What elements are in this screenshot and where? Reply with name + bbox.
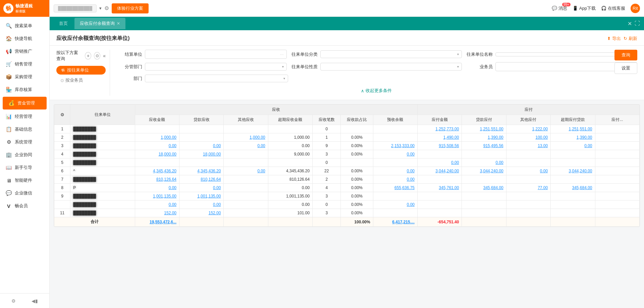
sidebar-item-purchase[interactable]: 📦 采购管理 (0, 71, 49, 83)
topbar-message[interactable]: 💬 消息 99+ (552, 5, 567, 11)
row-ar-loan[interactable]: 18,000.00 (179, 150, 224, 159)
sidebar-item-sales[interactable]: 🛒 销售管理 (0, 58, 49, 71)
row-ar-amount[interactable]: 1,000.00 (135, 133, 179, 142)
app-icon: 📱 (573, 6, 578, 11)
row-ar-loan[interactable]: 0.00 (179, 201, 224, 209)
topbar-service[interactable]: 🎧 在线客服 (601, 5, 625, 11)
row-ar-prepay[interactable]: 0.00 (373, 175, 417, 184)
row-ar-amount[interactable]: 0.00 (135, 142, 179, 150)
topbar-user-avatar[interactable]: Rit (631, 4, 640, 13)
sidebar-item-marketing[interactable]: 📢 营销推广 (0, 45, 49, 58)
topbar-dropdown-icon[interactable]: ▾ (99, 6, 102, 11)
row-ap-loan[interactable]: 3,044,240.00 (462, 167, 506, 175)
export-button[interactable]: ⬆ 导出 (607, 36, 621, 42)
row-ar-other[interactable]: 1,000.00 (224, 133, 268, 142)
tab-close-icon[interactable]: ✕ (117, 21, 120, 26)
row-ar-amount[interactable]: 0.00 (135, 184, 179, 192)
total-ar-prepay[interactable]: 6,417,215.... (373, 217, 417, 227)
filter-sidebar: 按以下方案查询 + ⊙ « 畅 按往来单位 ⊙ 按业务员 (56, 50, 110, 96)
row-ap-other[interactable]: 1,222.00 (506, 125, 550, 133)
row-ap-loan[interactable]: 915,495.56 (462, 142, 506, 150)
row-ar-amount[interactable]: 810,126.64 (135, 175, 179, 184)
query-button[interactable]: 查询 (614, 50, 637, 60)
tab-ar-query[interactable]: 应收应付余额查询 ✕ (74, 18, 125, 29)
row-ap-other[interactable]: 13.00 (506, 142, 550, 150)
row-ap-amount[interactable]: 345,761.00 (418, 184, 462, 192)
row-ar-loan[interactable]: 0.00 (179, 184, 224, 192)
topbar-settings-icon[interactable]: ⚙ (104, 5, 109, 11)
row-ap-other[interactable]: 100.00 (506, 133, 550, 142)
row-ap-amount[interactable]: 1,252,773.00 (418, 125, 462, 133)
row-ap-overdue[interactable]: 1,251,551.00 (551, 125, 595, 133)
row-ap-overdue[interactable]: 3,044,240.00 (551, 167, 595, 175)
row-ap-loan[interactable]: 0.00 (462, 159, 506, 167)
filter-input-category[interactable]: ▾ (320, 50, 462, 58)
row-ap-amount[interactable]: 0.00 (418, 159, 462, 167)
sidebar-item-finance[interactable]: 💰 资金管理 (3, 97, 47, 109)
sidebar-item-quick[interactable]: 🏠 快捷导航 (0, 32, 49, 45)
sidebar-item-inventory[interactable]: 🏪 库存核算 (0, 83, 49, 96)
row-ap-loan[interactable]: 1,390.00 (462, 133, 506, 142)
tabbar-maximize-icon[interactable]: ⛶ (635, 20, 640, 27)
filter-option-unit[interactable]: 畅 按往来单位 (56, 66, 106, 75)
filter-input-subdept[interactable]: ▾ (145, 75, 288, 82)
row-ar-amount[interactable]: 4,345,436.20 (135, 167, 179, 175)
sidebar-item-guide[interactable]: 📖 新手引导 (0, 161, 49, 174)
row-ap-amount[interactable]: 915,508.56 (418, 142, 462, 150)
row-ar-other[interactable]: 0.00 (224, 167, 268, 175)
row-ap-other[interactable]: 0.00 (506, 167, 550, 175)
sidebar-item-member[interactable]: V 畅会员 (0, 200, 49, 212)
row-name: ████████ (70, 192, 135, 201)
row-ar-loan[interactable]: 1,001,135.00 (179, 192, 224, 201)
tab-home[interactable]: 首页 (54, 18, 73, 29)
tabbar-close-icon[interactable]: ✕ (628, 20, 632, 27)
row-ar-prepay[interactable]: 0.00 (373, 167, 417, 175)
row-ap-amount[interactable]: 3,044,240.00 (418, 167, 462, 175)
refresh-button[interactable]: ↻ 刷新 (624, 36, 637, 42)
row-ap-overdue[interactable]: 1,390.00 (551, 133, 595, 142)
row-ar-loan[interactable]: 810,126.64 (179, 175, 224, 184)
filter-option-salesperson[interactable]: ⊙ 按业务员 (56, 76, 106, 85)
filter-area: 按以下方案查询 + ⊙ « 畅 按往来单位 ⊙ 按业务员 (50, 46, 644, 100)
row-ap-loan[interactable]: 1,251,551.00 (462, 125, 506, 133)
table-settings-header[interactable]: ⚙ (54, 105, 70, 125)
filter-collapse-icon[interactable]: « (103, 53, 106, 58)
sidebar-footer-collapse[interactable]: ◀‍▮ (32, 298, 38, 304)
sidebar-item-enterprise[interactable]: 🏢 企业协同 (0, 148, 49, 161)
row-ar-prepay[interactable]: 2,153,333.00 (373, 142, 417, 150)
row-ar-loan[interactable]: 152.00 (179, 209, 224, 217)
row-ar-prepay[interactable]: 655,636.75 (373, 184, 417, 192)
sidebar-footer-settings[interactable]: ⚙ (11, 298, 16, 304)
row-ap-overdue[interactable]: 0.00 (551, 142, 595, 150)
row-ar-other[interactable]: 0.00 (224, 142, 268, 150)
sidebar-item-wechat[interactable]: 💬 企业微信 (0, 187, 49, 200)
filter-input-dept[interactable]: ▾ (145, 63, 287, 71)
row-ap-overdue[interactable]: 345,684.00 (551, 184, 595, 192)
sidebar-item-system[interactable]: ⚙ 系统管理 (0, 136, 49, 148)
row-ar-amount[interactable]: 152.00 (135, 209, 179, 217)
row-ar-prepay[interactable]: 0.00 (373, 201, 417, 209)
filter-mode-button[interactable]: ⊙ (94, 52, 100, 59)
topbar-app-download[interactable]: 📱 App下载 (573, 5, 596, 11)
row-ar-loan[interactable]: 4,345,436.20 (179, 167, 224, 175)
row-ar-loan[interactable]: 0.00 (179, 142, 224, 150)
row-ap-amount[interactable]: 1,490.00 (418, 133, 462, 142)
row-ap-other[interactable]: 77.00 (506, 184, 550, 192)
row-ar-amount[interactable]: 0.00 (135, 201, 179, 209)
total-ar-amount[interactable]: 19,553,472,6... (135, 217, 179, 227)
trial-button[interactable]: 体验行业方案 (112, 3, 149, 13)
row-ar-amount[interactable]: 1,001,135.00 (135, 192, 179, 201)
sidebar-item-basic[interactable]: 📋 基础信息 (0, 123, 49, 136)
row-ar-other (224, 125, 268, 133)
filter-add-button[interactable]: + (85, 52, 91, 59)
sidebar-item-hardware[interactable]: 🖥 智能硬件 (0, 174, 49, 187)
settings-button[interactable]: 设置 (614, 62, 637, 74)
sidebar-item-operation[interactable]: 📊 经营管理 (0, 110, 49, 123)
filter-input-nature[interactable]: ▾ (320, 63, 462, 71)
row-ar-prepay[interactable]: 0.00 (373, 150, 417, 159)
row-ar-amount[interactable]: 18,000.00 (135, 150, 179, 159)
row-ap-loan[interactable]: 345,684.00 (462, 184, 506, 192)
filter-input-settlement[interactable]: ··· (145, 50, 287, 59)
filter-more-button[interactable]: ∧ 收起更多条件 (115, 86, 637, 96)
sidebar-item-search[interactable]: 🔍 搜索菜单 (0, 19, 49, 32)
